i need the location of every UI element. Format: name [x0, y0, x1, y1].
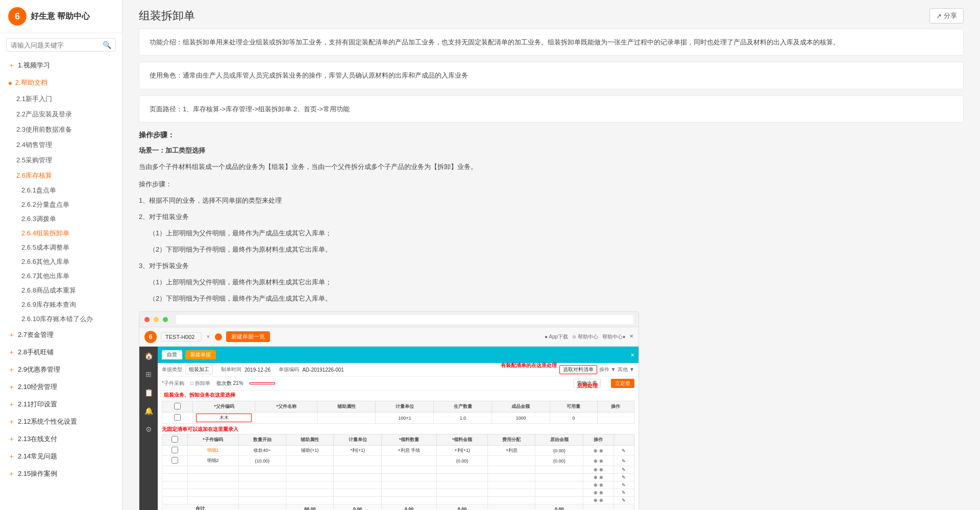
sidebar-item-inventory[interactable]: 2.6库存核算	[0, 168, 122, 183]
plus-icon3: ＋	[8, 348, 15, 357]
sc-confirm-btn[interactable]: 立定提	[611, 379, 634, 388]
sc-tfoot-v2: 88.00	[286, 504, 334, 510]
annotation-text-3: 启用处理	[577, 382, 598, 390]
sc-th-ops: 操作	[597, 401, 634, 412]
sc-upper-table-head: *父件编码 *父件名称 辅助属性 计量单位 生产数量 成品金额 可用量 操作	[162, 401, 634, 412]
sc-tfoot-label: 合计	[162, 504, 239, 510]
sc-nav-icon1: ⊞	[139, 365, 158, 383]
sc-new-btn[interactable]: 新建单据一览	[226, 331, 270, 342]
sc-th-unit: 计量单位	[376, 401, 434, 412]
sc-th-avail: 可用量	[550, 401, 597, 412]
sc-check-all[interactable]	[174, 403, 181, 409]
sc-red-input[interactable]	[250, 382, 275, 384]
search-icon[interactable]: 🔍	[103, 41, 111, 49]
sc-app-store: ● App下载	[545, 333, 568, 341]
table-row: 明细2 (10.00) (0.00) (0.00) ⊕ ⊗ ✎	[162, 456, 634, 466]
sidebar-item-sales[interactable]: 2.4销售管理	[0, 137, 122, 153]
search-input[interactable]	[11, 41, 103, 49]
main-content: 组装拆卸单 ↗ 分享 功能介绍：组装拆卸单用来处理企业组装或拆卸等加工业务，支持…	[122, 0, 980, 510]
sidebar-item-cost[interactable]: 2.6.5成本调整单	[0, 240, 122, 255]
sc-lth-cost: 费用分配	[488, 434, 535, 446]
sc-nav-icon3: 🔔	[139, 402, 158, 420]
sidebar-item-ops[interactable]: ＋ 2.10经营管理	[0, 378, 122, 396]
table-row: ⊕ ⊗✎	[162, 466, 634, 474]
sc-ltd-ops1: ⊕ ⊗	[583, 446, 614, 456]
sc-td-amt: 1000	[492, 412, 550, 424]
table-row: 明细1 收款40~ 辅助(+1) *利(+1) +利息 手续 +利(+1) +利…	[162, 446, 634, 456]
sidebar-item-newbie[interactable]: 2.1新手入门	[0, 91, 122, 107]
sidebar-item-system[interactable]: ＋ 2.12系统个性化设置	[0, 413, 122, 430]
sc-tab-ziying[interactable]: 自营	[162, 350, 182, 359]
table-row: ⊕ ⊗✎	[162, 481, 634, 489]
plus-icon7: ＋	[8, 417, 15, 426]
annotation-text-2: 组装业务、拆卸业务在这里选择	[158, 391, 639, 400]
sidebar-item-partial[interactable]: 2.6.2分量盘点单	[0, 198, 122, 212]
sc-lower-table-foot: 合计 88.00 0.00 0.00 0.00 0.00	[162, 504, 634, 510]
sc-lth-ops: 操作	[583, 434, 614, 446]
sc-td-code: 木木	[193, 412, 255, 424]
sc-date-label: 制单时间	[221, 366, 241, 373]
search-box[interactable]: 🔍	[6, 38, 116, 52]
sc-lth-orig: 原始金额	[535, 434, 583, 446]
sc-sub-label1: *子件采购	[162, 380, 184, 387]
plus-icon4: ＋	[8, 365, 15, 374]
sc-close[interactable]: ✕	[629, 333, 633, 341]
sidebar-item-install[interactable]: 2.2产品安装及登录	[0, 107, 122, 122]
sc-row-check[interactable]	[174, 414, 181, 421]
sidebar-item-coupon[interactable]: ＋ 2.9优惠券管理	[0, 361, 122, 378]
sidebar-item-faq[interactable]: ＋ 2.14常见问题	[0, 448, 122, 465]
sc-td-name	[255, 412, 317, 424]
sidebar-item-inv-check[interactable]: 2.6.9库存账本查询	[0, 298, 122, 312]
sc-lcheck-all[interactable]	[172, 436, 178, 443]
minus-icon: ●	[8, 79, 12, 87]
sc-ltd-lamt: +利(+1)	[437, 446, 488, 456]
sidebar-item-label: 2.14常见问题	[18, 452, 57, 461]
sc-lower-table: *子件编码 数量开始 辅助属性 计量单位 *领料数量 *领料金额 费用分配 原始…	[162, 434, 634, 510]
sidebar-item-purchase[interactable]: 2.5采购管理	[0, 153, 122, 168]
sc-lth-code: *子件编码	[187, 434, 238, 446]
sidebar-item-in[interactable]: 2.6.6其他入库单	[0, 255, 122, 269]
sc-ltd-check2	[162, 456, 188, 466]
sidebar-item-pay[interactable]: ＋ 2.13在线支付	[0, 430, 122, 448]
sc-action-link[interactable]: 操作 ▼	[599, 366, 616, 373]
sc-dot-yellow	[154, 317, 159, 322]
sidebar-item-video[interactable]: ＋ 1.视频学习	[0, 57, 122, 74]
sc-code-label: 单据编码	[279, 366, 299, 373]
table-row: 木木 100+1 1.0 1000 0	[162, 412, 634, 424]
scenario1-desc: 当由多个子件材料组装成一个成品的业务为【组装】业务，当由一个父件拆分成多个子产品…	[139, 160, 964, 174]
sc-date-value: 2019-12-26	[244, 367, 271, 373]
sc-lower-table-body: 明细1 收款40~ 辅助(+1) *利(+1) +利息 手续 +利(+1) +利…	[162, 446, 634, 504]
sc-th-name: *父件名称	[255, 401, 317, 412]
sc-lrow-check2[interactable]	[172, 457, 178, 464]
sidebar-item-count[interactable]: 2.6.1盘点单	[0, 183, 122, 198]
sc-close-icon[interactable]: ✕	[630, 352, 634, 358]
sc-extra: 其他 ▼	[618, 366, 634, 373]
sc-lrow-check1[interactable]	[172, 447, 178, 453]
sidebar-item-print[interactable]: ＋ 2.11打印设置	[0, 396, 122, 413]
sidebar-item-goods-cost[interactable]: 2.6.8商品成本重算	[0, 283, 122, 298]
sc-help: ⊙ 帮助中心	[572, 333, 598, 341]
sidebar-header: 6 好生意 帮助中心	[0, 0, 122, 33]
sidebar-item-label: 2.11打印设置	[18, 400, 57, 409]
sidebar-item-inv-error[interactable]: 2.6.10库存账本错了么办	[0, 312, 122, 326]
sidebar-item-data[interactable]: 2.3使用前数据准备	[0, 122, 122, 137]
plus-icon8: ＋	[8, 434, 15, 444]
sidebar-item-adjust[interactable]: 2.6.3调拨单	[0, 212, 122, 226]
sc-th-checkbox	[162, 401, 193, 412]
sc-ltd-lamt2: (0.00)	[437, 456, 488, 466]
sc-lth-unit: 计量单位	[334, 434, 381, 446]
sidebar-item-fund[interactable]: ＋ 2.7资金管理	[0, 326, 122, 344]
sc-th-attr: 辅助属性	[317, 401, 376, 412]
sidebar-item-assembly[interactable]: 2.6.4组装拆卸单	[0, 226, 122, 240]
sc-ltd-attr: 辅助(+1)	[286, 446, 334, 456]
sidebar-item-cases[interactable]: ＋ 2.15操作案例	[0, 465, 122, 482]
sc-tab-new[interactable]: 新建单据	[185, 350, 216, 359]
sidebar-item-docs[interactable]: ● 2.帮助文档	[0, 74, 122, 91]
sidebar-item-out[interactable]: 2.6.7其他出库单	[0, 269, 122, 283]
sidebar-item-mobile[interactable]: ＋ 2.8手机旺铺	[0, 344, 122, 361]
share-button[interactable]: ↗ 分享	[929, 8, 964, 23]
sc-ltd-orig: (0.00)	[535, 446, 583, 456]
plus-icon5: ＋	[8, 382, 15, 392]
sidebar-item-label: 2.12系统个性化设置	[18, 417, 77, 426]
sc-assembly-btn[interactable]: 选取对料清单	[559, 365, 597, 374]
